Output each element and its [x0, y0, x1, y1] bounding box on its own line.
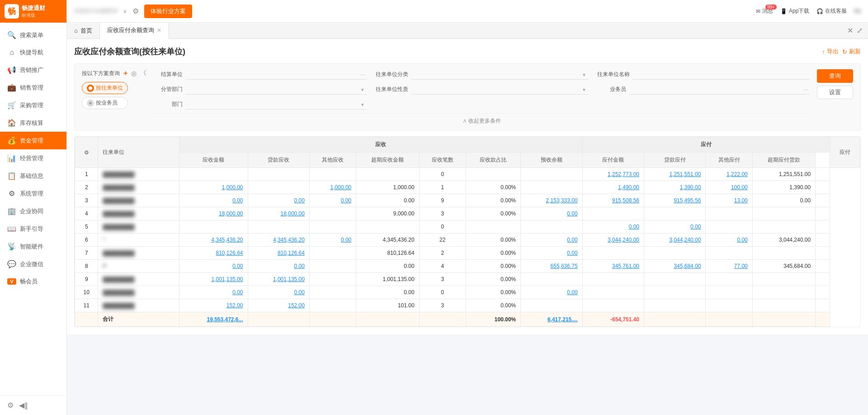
cell-link-value[interactable]: 0.00	[232, 289, 243, 296]
collapse-more-button[interactable]: ∧ 收起更多条件	[462, 117, 501, 125]
sidebar-item-beginner[interactable]: 📖 新手引导	[0, 220, 66, 238]
cell-link-value[interactable]: 345,761.00	[612, 263, 639, 269]
topbar-highlight-button[interactable]: 体验行业方案	[144, 5, 192, 18]
cell-link-value[interactable]: 152.00	[226, 302, 243, 309]
sidebar-item-operations[interactable]: 📊 经营管理	[0, 149, 66, 167]
filter-select-dept-head[interactable]	[185, 84, 366, 95]
sidebar-item-basic-info[interactable]: 📋 基础信息	[0, 167, 66, 185]
col-ar-overdue-header: 超期应收金额	[356, 153, 419, 168]
cell-link-value[interactable]: 0.00	[294, 263, 305, 269]
cell-value	[309, 247, 356, 260]
cell-link-value[interactable]: 0.00	[294, 289, 305, 296]
cell-link-value[interactable]: 1,490.00	[618, 184, 639, 191]
cell-value: 0.00%	[466, 273, 520, 286]
cell-link-value[interactable]: 655,636.75	[551, 263, 578, 269]
cell-link-value[interactable]: 100.00	[731, 184, 748, 191]
cell-link-value[interactable]: 1,000.00	[222, 184, 243, 191]
cell-link-value[interactable]: 2,153,333.00	[546, 197, 578, 204]
cell-link-value[interactable]: 915,495.56	[674, 197, 701, 204]
cell-link-value[interactable]: 18,000.00	[281, 210, 305, 217]
cell-link-value[interactable]: 0.00	[567, 210, 577, 217]
topbar-app-download[interactable]: 📱 App下载	[780, 7, 809, 15]
topbar-gear-icon[interactable]: ⚙	[132, 7, 139, 15]
cell-link-value[interactable]: 0.00	[567, 250, 577, 256]
sidebar-item-search-menu[interactable]: 🔍 搜索菜单	[0, 26, 66, 44]
sidebar-item-wechat[interactable]: 💬 企业微信	[0, 255, 66, 273]
cell-link-value[interactable]: 0.00	[341, 197, 351, 204]
cell-link-value[interactable]: 810,126.64	[278, 250, 305, 256]
tabbar-close-button[interactable]: ✕	[847, 26, 853, 35]
cell-link-value[interactable]: 345,684.00	[674, 263, 701, 269]
cell-link-value[interactable]: 1,001,135.00	[211, 276, 243, 282]
cell-value: 0.00%	[466, 194, 520, 207]
cell-link-value[interactable]: 1,222.00	[726, 171, 748, 177]
sidebar-item-enterprise[interactable]: 🏢 企业协同	[0, 202, 66, 220]
topbar-message[interactable]: ✉ 消息 99+	[756, 7, 773, 15]
cell-link-value[interactable]: 3,044,240.00	[669, 237, 701, 243]
tab-close-icon[interactable]: ✕	[157, 27, 161, 33]
tab-ar-ap-query[interactable]: 应收应付余额查询 ✕	[100, 23, 169, 39]
cell-link-value[interactable]: 0.00	[232, 263, 243, 269]
filter-input-settlement[interactable]	[185, 69, 366, 80]
sidebar-item-finance[interactable]: 💰 资金管理	[0, 132, 66, 149]
cell-partner: ▓▓▓▓▓▓▓▓	[98, 194, 179, 207]
filter-input-dots-icon[interactable]: ···	[360, 72, 365, 78]
sidebar-item-sales[interactable]: 💼 销售管理	[0, 79, 66, 96]
filter-add-icon[interactable]: +	[123, 69, 127, 77]
cell-link-value[interactable]: 4,345,436.20	[273, 237, 305, 243]
cell-link-value[interactable]: 1,390.00	[680, 184, 701, 191]
topbar-user[interactable]: Rit	[854, 8, 861, 14]
cell-link-value[interactable]: 1,251,551.00	[669, 171, 701, 177]
sidebar-item-label: 经营管理	[20, 154, 43, 162]
sidebar-collapse-icon[interactable]: ◀‖	[19, 401, 28, 410]
tab-home[interactable]: ⌂ 首页	[67, 23, 100, 38]
cell-link-value[interactable]: 1,001,135.00	[273, 276, 305, 282]
sidebar-item-system[interactable]: ⚙ 系统管理	[0, 185, 66, 202]
cell-link-value[interactable]: 152.00	[288, 302, 305, 309]
refresh-button[interactable]: ↻ 刷新	[842, 48, 861, 56]
cell-link-value[interactable]: 13.00	[734, 197, 748, 204]
query-button[interactable]: 查询	[817, 69, 853, 83]
filter-select-partner-category[interactable]	[411, 69, 588, 80]
filter-collapse-icon[interactable]: 《	[140, 69, 146, 77]
cell-link-value[interactable]: 18,000.00	[219, 210, 243, 217]
cell-link-value[interactable]: 77.00	[734, 263, 748, 269]
filter-option-salesperson[interactable]: 按业务员	[82, 97, 128, 109]
cell-link-value[interactable]: 4,345,436.20	[211, 237, 243, 243]
sidebar-item-quick-nav[interactable]: ⌂ 快捷导航	[0, 44, 66, 61]
cell-link-value[interactable]: 0.00	[294, 197, 305, 204]
filter-select-partner-nature[interactable]	[411, 84, 588, 95]
sidebar-item-inventory[interactable]: 🏠 库存核算	[0, 114, 66, 132]
cell-link-value[interactable]: 810,126.64	[216, 250, 243, 256]
filter-option-partner[interactable]: 按往来单位	[82, 82, 128, 94]
cell-link-value[interactable]: 0.00	[341, 237, 351, 243]
cell-link-value[interactable]: 0.00	[690, 224, 701, 230]
cell-link-value[interactable]: 0.00	[629, 224, 639, 230]
cell-link-value[interactable]: 0.00	[737, 237, 747, 243]
total-ar-prepay-link[interactable]: 6,417,215....	[547, 316, 578, 323]
topbar-service[interactable]: 🎧 在线客服	[816, 7, 847, 15]
cell-link-value[interactable]: 3,044,240.00	[608, 237, 639, 243]
cell-link-value[interactable]: 0.00	[567, 237, 577, 243]
tabbar-expand-button[interactable]: ⤢	[857, 26, 863, 35]
sidebar-item-purchase[interactable]: 🛒 采购管理	[0, 96, 66, 114]
cell-link-value[interactable]: 1,000.00	[330, 184, 352, 191]
filter-select-department[interactable]	[185, 99, 366, 110]
settings-button[interactable]: 设置	[817, 86, 853, 99]
sidebar-item-smart-hw[interactable]: 📡 智能硬件	[0, 238, 66, 255]
sidebar-settings-icon[interactable]: ⚙	[7, 401, 14, 410]
cell-link-value[interactable]: 0.00	[232, 197, 243, 204]
sidebar-item-marketing[interactable]: 📢 营销推广	[0, 61, 66, 79]
cell-link-value[interactable]: 0.00	[567, 289, 577, 296]
filter-schema-icon[interactable]: ◎	[131, 70, 137, 77]
cell-link-value[interactable]: 1,252,773.00	[608, 171, 639, 177]
salesperson-dots-icon[interactable]: ···	[803, 86, 808, 93]
table-settings-icon[interactable]: ⚙	[75, 137, 98, 168]
cell-link-value[interactable]: 915,508.56	[612, 197, 639, 204]
export-button[interactable]: ↑ 导出	[822, 48, 839, 56]
sidebar-item-member[interactable]: V 畅会员	[0, 273, 66, 290]
filter-input-partner-name[interactable]	[632, 69, 810, 80]
table-container[interactable]: ⚙ 往来单位 应收 应付 应付 应收金额 贷款应收 其他应收 超期应收金额	[75, 137, 860, 327]
filter-input-salesperson[interactable]	[629, 84, 810, 95]
total-ar-amount-link[interactable]: 19,553,472,6...	[207, 316, 243, 323]
